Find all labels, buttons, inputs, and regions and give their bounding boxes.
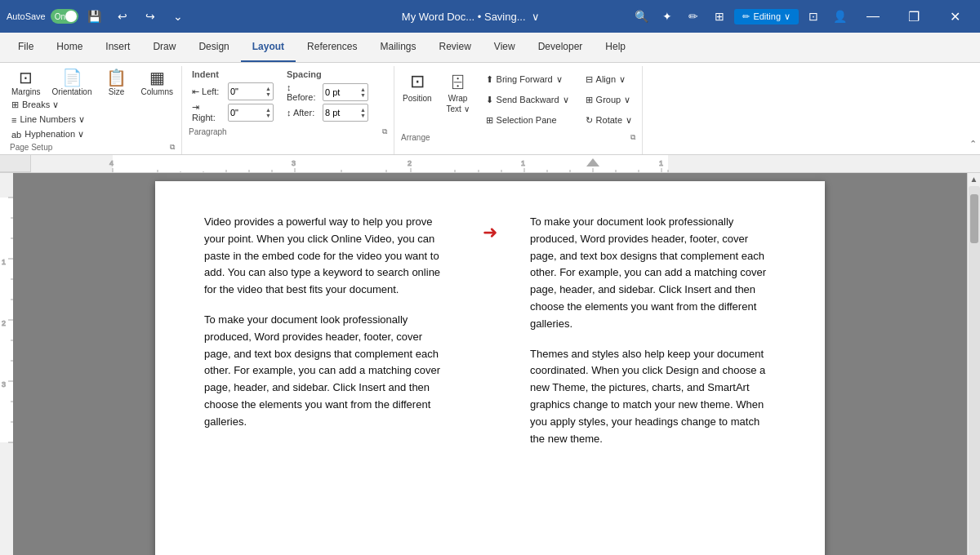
tab-references[interactable]: References bbox=[296, 33, 368, 62]
doc-col2-para1: To make your document look professionall… bbox=[530, 214, 776, 333]
indent-left-arrows: ▲ ▼ bbox=[265, 86, 271, 97]
tab-mailings[interactable]: Mailings bbox=[368, 33, 427, 62]
send-backward-button[interactable]: ⬇ Send Backward ∨ bbox=[479, 90, 576, 109]
selection-pane-label: Selection Pane bbox=[497, 115, 557, 125]
tab-design[interactable]: Design bbox=[187, 33, 240, 62]
ribbon-collapse-icon[interactable]: ⌃ bbox=[969, 139, 977, 149]
collab-icon[interactable]: ⊡ bbox=[802, 5, 825, 28]
share-icon[interactable]: ⊞ bbox=[708, 5, 731, 28]
hyphenation-button[interactable]: ab Hyphenation ∨ bbox=[7, 127, 178, 141]
customize-qat-icon[interactable]: ⌄ bbox=[167, 5, 189, 28]
redo-icon[interactable]: ↪ bbox=[139, 5, 162, 28]
indent-right-label: ⇥ Right: bbox=[192, 102, 225, 122]
tab-insert[interactable]: Insert bbox=[94, 33, 141, 62]
spacing-after-row: ↕ After: 8 pt ▲ ▼ bbox=[287, 104, 368, 122]
breaks-button[interactable]: ⊞ Breaks ∨ bbox=[7, 98, 178, 112]
minimize-button[interactable]: — bbox=[854, 0, 892, 33]
position-button[interactable]: ⊡ Position bbox=[398, 68, 437, 130]
group-button[interactable]: ⊞ Group ∨ bbox=[579, 90, 639, 109]
paragraph-label-bar: Paragraph ⧉ bbox=[185, 126, 390, 139]
copilot-icon[interactable]: ✦ bbox=[656, 5, 679, 28]
indent-label: Indent bbox=[192, 69, 274, 79]
paragraph-expand-icon[interactable]: ⧉ bbox=[382, 127, 387, 136]
selection-pane-icon: ⊞ bbox=[486, 115, 493, 126]
indent-right-input[interactable]: 0" ▲ ▼ bbox=[228, 104, 274, 122]
restore-button[interactable]: ❐ bbox=[895, 0, 933, 33]
send-backward-label: Send Backward bbox=[497, 95, 559, 104]
scroll-thumb[interactable] bbox=[970, 194, 978, 243]
scroll-up-arrow[interactable]: ▲ bbox=[969, 173, 980, 184]
bring-forward-button[interactable]: ⬆ Bring Forward ∨ bbox=[479, 69, 576, 89]
toggle-knob bbox=[65, 11, 77, 22]
page-setup-group: ⊡ Margins 📄 Orientation 📋 Size ▦ Columns bbox=[3, 66, 182, 154]
tab-developer[interactable]: Developer bbox=[527, 33, 595, 62]
text-wrap-button[interactable]: ⌹ Wrap Text ∨ bbox=[440, 68, 476, 130]
svg-text:2: 2 bbox=[2, 319, 6, 327]
spacing-before-row: ↕ Before: 0 pt ▲ ▼ bbox=[287, 82, 368, 102]
paragraph-label: Paragraph bbox=[185, 126, 230, 139]
tab-draw[interactable]: Draw bbox=[141, 33, 187, 62]
spacing-before-arrows: ▲ ▼ bbox=[360, 87, 366, 98]
account-icon[interactable]: 👤 bbox=[828, 5, 851, 28]
save-icon[interactable]: 💾 bbox=[83, 5, 106, 28]
page-setup-label-bar: Page Setup ⧉ bbox=[7, 141, 178, 154]
group-label: Group bbox=[596, 95, 621, 104]
indent-col: Indent ⇤ Left: 0" ▲ ▼ ⇥ Right: bbox=[192, 69, 274, 122]
spacing-after-input[interactable]: 8 pt ▲ ▼ bbox=[323, 104, 368, 122]
size-button[interactable]: 📋 Size bbox=[99, 66, 135, 100]
svg-text:4: 4 bbox=[109, 159, 114, 167]
right-scrollbar[interactable]: ▲ ▼ bbox=[967, 173, 980, 555]
indent-right-row: ⇥ Right: 0" ▲ ▼ bbox=[192, 102, 274, 122]
tab-review[interactable]: Review bbox=[427, 33, 482, 62]
ruler-area: 4 3 2 1 bbox=[0, 155, 980, 173]
columns-button[interactable]: ▦ Columns bbox=[136, 66, 178, 100]
breaks-icon: ⊞ bbox=[11, 100, 19, 110]
ruler-svg: 4 3 2 1 bbox=[31, 155, 980, 172]
svg-text:3: 3 bbox=[292, 159, 296, 167]
tab-help[interactable]: Help bbox=[594, 33, 637, 62]
tab-home[interactable]: Home bbox=[45, 33, 94, 62]
horizontal-ruler: 4 3 2 1 bbox=[31, 155, 980, 172]
indent-spacing-area: Indent ⇤ Left: 0" ▲ ▼ ⇥ Right: bbox=[185, 66, 390, 126]
indent-right-value: 0" bbox=[230, 108, 238, 118]
selection-pane-button[interactable]: ⊞ Selection Pane bbox=[479, 110, 576, 130]
autosave-label: AutoSave bbox=[7, 11, 46, 21]
pen-icon[interactable]: ✏ bbox=[682, 5, 705, 28]
margins-button[interactable]: ⊡ Margins bbox=[7, 66, 46, 100]
editing-button[interactable]: ✏ Editing ∨ bbox=[734, 9, 799, 24]
search-icon[interactable]: 🔍 bbox=[630, 5, 653, 28]
orientation-button[interactable]: 📄 Orientation bbox=[47, 66, 97, 100]
autosave-toggle[interactable]: On bbox=[51, 9, 78, 24]
arrange-label: Arrange bbox=[398, 131, 434, 144]
undo-icon[interactable]: ↩ bbox=[111, 5, 134, 28]
tab-view[interactable]: View bbox=[483, 33, 527, 62]
rotate-icon: ↻ bbox=[586, 115, 593, 126]
position-icon: ⊡ bbox=[410, 71, 425, 92]
page-setup-expand-icon[interactable]: ⧉ bbox=[170, 143, 175, 152]
doc-col2-para2: Themes and styles also help keep your do… bbox=[530, 346, 776, 448]
document-scroll: Video provides a powerful way to help yo… bbox=[13, 173, 967, 555]
tab-layout[interactable]: Layout bbox=[241, 33, 296, 62]
arrange-group: ⊡ Position ⌹ Wrap Text ∨ ⬆ Bring Forward bbox=[394, 66, 643, 154]
line-numbers-icon: ≡ bbox=[11, 115, 16, 125]
tab-file[interactable]: File bbox=[7, 33, 45, 62]
svg-rect-1 bbox=[113, 155, 668, 172]
spacing-before-input[interactable]: 0 pt ▲ ▼ bbox=[323, 83, 368, 101]
align-icon: ⊟ bbox=[586, 74, 593, 85]
align-button[interactable]: ⊟ Align ∨ bbox=[579, 69, 639, 89]
v-ruler-svg: 1 2 3 bbox=[0, 173, 13, 555]
indent-left-input[interactable]: 0" ▲ ▼ bbox=[228, 82, 274, 100]
hyphenation-icon: ab bbox=[11, 130, 21, 140]
rotate-button[interactable]: ↻ Rotate ∨ bbox=[579, 110, 639, 130]
arrange-expand-icon[interactable]: ⧉ bbox=[630, 133, 635, 142]
margins-icon: ⊡ bbox=[19, 69, 33, 86]
spacing-after-arrows: ▲ ▼ bbox=[360, 107, 366, 118]
spacing-label: Spacing bbox=[287, 69, 368, 79]
doc-content: Video provides a powerful way to help yo… bbox=[204, 214, 776, 460]
spacing-before-value: 0 pt bbox=[325, 87, 340, 97]
close-button[interactable]: ✕ bbox=[936, 0, 973, 33]
title-chevron[interactable]: ∨ bbox=[532, 11, 540, 23]
line-numbers-button[interactable]: ≡ Line Numbers ∨ bbox=[7, 113, 178, 127]
doc-col-2: To make your document look professionall… bbox=[530, 214, 776, 460]
align-label: Align bbox=[596, 74, 616, 84]
